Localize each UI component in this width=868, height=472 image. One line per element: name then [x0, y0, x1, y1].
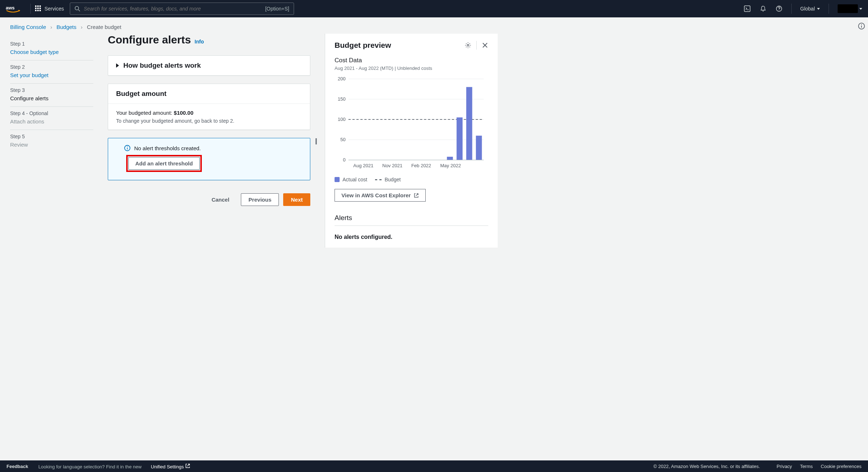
chart-svg: 050100150200Aug 2021Nov 2021Feb 2022May … [335, 76, 488, 170]
svg-text:200: 200 [338, 76, 346, 81]
budget-amount-value: $100.00 [174, 110, 193, 116]
breadcrumb: Billing Console › Budgets › Create budge… [0, 17, 868, 34]
region-label: Global [800, 6, 815, 12]
svg-point-1 [75, 7, 78, 10]
svg-text:May 2022: May 2022 [440, 163, 461, 168]
svg-line-2 [78, 10, 80, 12]
svg-rect-24 [456, 117, 463, 160]
info-icon [124, 145, 131, 151]
svg-rect-25 [466, 87, 472, 160]
nav-divider [30, 4, 31, 14]
chart-legend: Actual cost Budget [335, 177, 488, 182]
how-alerts-work-panel[interactable]: How budget alerts work [108, 55, 310, 76]
alert-thresholds-panel: No alert thresholds created. Add an aler… [108, 138, 310, 180]
aws-logo[interactable]: aws [6, 4, 20, 13]
step-5: Step 5 Review [10, 130, 93, 153]
services-label: Services [44, 6, 64, 12]
svg-text:Aug 2021: Aug 2021 [353, 163, 374, 168]
legend-swatch-icon [335, 177, 340, 182]
breadcrumb-billing-console[interactable]: Billing Console [10, 24, 46, 30]
expand-triangle-icon [116, 63, 119, 68]
legend-budget: Budget [375, 177, 400, 182]
svg-text:50: 50 [340, 137, 345, 142]
cancel-button[interactable]: Cancel [204, 193, 237, 206]
budget-change-hint: To change your budgeted amount, go back … [116, 118, 302, 124]
no-alerts-message: No alerts configured. [335, 234, 488, 240]
services-button[interactable]: Services [35, 5, 64, 12]
step-title: Configure alerts [10, 95, 93, 101]
search-icon [75, 6, 80, 12]
step-2[interactable]: Step 2 Set your budget [10, 60, 93, 84]
no-thresholds-message: No alert thresholds created. [134, 145, 201, 151]
gear-icon[interactable] [465, 42, 471, 49]
notifications-icon[interactable] [755, 0, 771, 17]
caret-down-icon [859, 8, 862, 10]
nav-right: Global [739, 0, 862, 17]
panel-title: Budget amount [116, 90, 166, 98]
external-link-icon [414, 193, 419, 198]
legend-dash-icon [375, 179, 382, 180]
svg-text:aws: aws [6, 5, 15, 10]
caret-down-icon [817, 8, 820, 10]
next-button[interactable]: Next [283, 193, 310, 206]
cost-data-subtitle: Aug 2021 - Aug 2022 (MTD) | Unblended co… [335, 66, 488, 71]
preview-title: Budget preview [335, 41, 391, 50]
search-input[interactable] [84, 6, 265, 12]
svg-rect-8 [127, 148, 128, 149]
info-link[interactable]: Info [195, 39, 204, 45]
svg-rect-23 [447, 157, 453, 160]
svg-rect-34 [861, 26, 862, 28]
previous-button[interactable]: Previous [241, 193, 279, 206]
step-3: Step 3 Configure alerts [10, 84, 93, 107]
wizard-actions: Cancel Previous Next [108, 193, 310, 206]
step-number: Step 3 [10, 87, 93, 93]
cost-chart: 050100150200Aug 2021Nov 2021Feb 2022May … [335, 76, 488, 170]
highlight-annotation: Add an alert threshold [126, 155, 202, 172]
budget-amount-panel: Budget amount Your budgeted amount: $100… [108, 84, 310, 130]
svg-text:100: 100 [338, 117, 346, 122]
chevron-right-icon: › [50, 24, 52, 30]
services-grid-icon [35, 5, 42, 12]
svg-point-5 [779, 10, 779, 10]
step-number: Step 2 [10, 64, 93, 70]
svg-point-7 [127, 147, 128, 147]
breadcrumb-budgets[interactable]: Budgets [56, 24, 76, 30]
step-number: Step 4 - Optional [10, 110, 93, 116]
region-selector[interactable]: Global [796, 6, 824, 12]
add-alert-threshold-button[interactable]: Add an alert threshold [128, 157, 200, 170]
step-title[interactable]: Set your budget [10, 72, 93, 78]
topnav: aws Services [Option+S] Global [0, 0, 868, 17]
step-4: Step 4 - Optional Attach actions [10, 107, 93, 130]
page-title: Configure alerts [108, 34, 191, 46]
legend-actual-cost: Actual cost [335, 177, 367, 182]
nav-divider [791, 4, 792, 14]
info-drawer-icon[interactable] [858, 22, 865, 31]
collapse-handle-icon[interactable]: || [315, 137, 316, 144]
svg-text:0: 0 [343, 157, 345, 163]
step-title: Review [10, 142, 93, 148]
svg-point-9 [467, 45, 469, 46]
nav-divider [829, 4, 829, 14]
main-content: Configure alerts Info How budget alerts … [108, 34, 325, 248]
help-icon[interactable] [771, 0, 787, 17]
step-title[interactable]: Choose budget type [10, 49, 93, 55]
search-box[interactable]: [Option+S] [70, 3, 294, 15]
chevron-right-icon: › [81, 24, 82, 30]
close-icon[interactable] [482, 42, 488, 49]
cloudshell-icon[interactable] [739, 0, 755, 17]
svg-point-33 [861, 24, 862, 25]
cost-data-title: Cost Data [335, 57, 488, 64]
account-redacted[interactable] [838, 4, 858, 13]
search-shortcut: [Option+S] [265, 6, 289, 12]
alerts-section-title: Alerts [335, 214, 488, 226]
wizard-steps: Step 1 Choose budget type Step 2 Set you… [10, 34, 108, 248]
step-number: Step 5 [10, 134, 93, 139]
svg-text:150: 150 [338, 96, 346, 102]
svg-text:Nov 2021: Nov 2021 [382, 163, 403, 168]
breadcrumb-current: Create budget [87, 24, 121, 30]
step-title: Attach actions [10, 118, 93, 125]
budget-preview-panel: || Budget preview Cost Data Aug 2021 - A… [325, 34, 498, 248]
step-1[interactable]: Step 1 Choose budget type [10, 37, 93, 60]
budget-amount-text: Your budgeted amount: $100.00 [116, 110, 302, 116]
view-cost-explorer-button[interactable]: View in AWS Cost Explorer [335, 189, 426, 202]
